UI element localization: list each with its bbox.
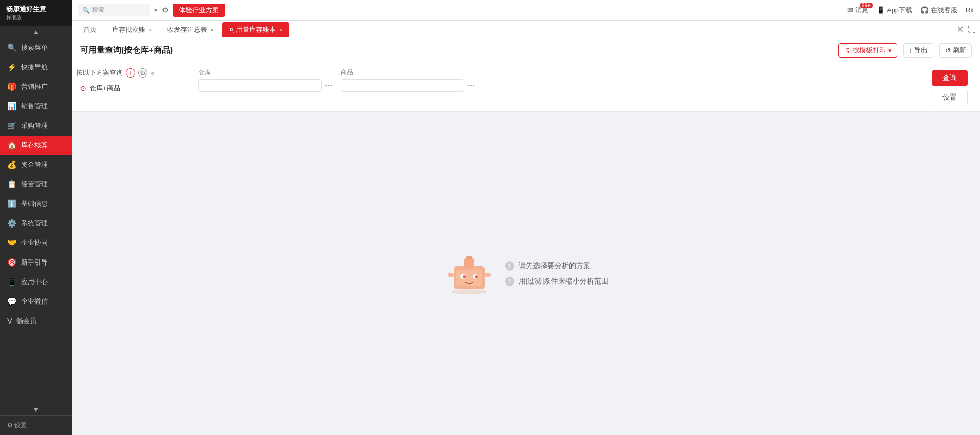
tab-home-label: 首页: [83, 25, 97, 34]
user-info[interactable]: Rit: [966, 6, 974, 14]
scheme-icon: ⊙: [80, 84, 86, 92]
sidebar-settings[interactable]: ⚙ 设置: [0, 415, 72, 435]
sidebar-icon-7: 📋: [7, 180, 17, 189]
warehouse-input-row: ···: [198, 79, 332, 92]
sidebar-label-6: 资金管理: [21, 160, 48, 169]
topbar-search-box[interactable]: 🔍 搜索: [78, 4, 150, 16]
sidebar-item-8[interactable]: ℹ️基础信息: [0, 194, 72, 214]
app-download-btn[interactable]: 📱 App下载: [877, 6, 912, 15]
close-all-tabs-btn[interactable]: ✕: [957, 25, 964, 34]
filter-settings-btn[interactable]: 设置: [932, 90, 968, 105]
warehouse-label: 仓库: [198, 68, 332, 77]
tabbar-right: ✕ ⛶: [957, 25, 976, 34]
topbar: 🔍 搜索 ▾ ⚙ 体验行业方案 ✉ 消息 99+ 📱 App下载 🎧 在线客服 …: [72, 0, 980, 21]
tab-available-stock-close[interactable]: ×: [279, 27, 282, 33]
industry-btn[interactable]: 体验行业方案: [173, 4, 225, 17]
tip-text-2: 用[过滤]条件来缩小分析范围: [519, 277, 609, 286]
tip-num-2: 2: [505, 277, 514, 286]
filter-action-btns: 查询 设置: [932, 68, 972, 105]
main-area: 🔍 搜索 ▾ ⚙ 体验行业方案 ✉ 消息 99+ 📱 App下载 🎧 在线客服 …: [72, 0, 980, 435]
edit-scheme-btn[interactable]: ⚙: [138, 68, 147, 78]
sidebar-item-0[interactable]: 🔍搜索菜单: [0, 38, 72, 58]
sidebar-item-6[interactable]: 💰资金管理: [0, 155, 72, 175]
svg-rect-7: [466, 256, 472, 259]
tab-batch-account-close[interactable]: ×: [149, 27, 152, 33]
goods-input[interactable]: [341, 79, 464, 92]
sidebar-nav: 🔍搜索菜单⚡快捷导航🎁营销推广📊销售管理🛒采购管理🏠库存核算💰资金管理📋经营管理…: [0, 38, 72, 404]
sidebar-item-9[interactable]: ⚙️系统管理: [0, 214, 72, 233]
page-title: 可用量查询(按仓库+商品): [80, 45, 173, 56]
sidebar-label-12: 应用中心: [21, 277, 48, 287]
username: Rit: [966, 6, 974, 14]
warehouse-input[interactable]: [198, 79, 322, 92]
warehouse-more-btn[interactable]: ···: [325, 81, 332, 90]
tab-summary-close[interactable]: ×: [210, 27, 213, 33]
expand-btn[interactable]: ⛶: [968, 25, 976, 34]
tab-batch-account[interactable]: 库存批次账 ×: [105, 22, 159, 37]
app-version: 标准版: [6, 14, 66, 21]
tip-num-1: 1: [505, 261, 514, 271]
query-btn[interactable]: 查询: [932, 70, 968, 86]
scheme-item-warehouse-goods[interactable]: ⊙ 仓库+商品: [76, 81, 186, 96]
refresh-btn[interactable]: ↺ 刷新: [939, 43, 972, 58]
sidebar-label-0: 搜索菜单: [21, 43, 48, 52]
topbar-right-actions: ✉ 消息 99+ 📱 App下载 🎧 在线客服 Rit: [847, 6, 974, 15]
sidebar-item-12[interactable]: 📱应用中心: [0, 272, 72, 292]
tab-home[interactable]: 首页: [76, 22, 104, 37]
sidebar-item-7[interactable]: 📋经营管理: [0, 175, 72, 194]
goods-more-btn[interactable]: ···: [467, 81, 475, 90]
sidebar-icon-9: ⚙️: [7, 219, 17, 228]
sidebar-item-2[interactable]: 🎁营销推广: [0, 77, 72, 97]
message-btn[interactable]: ✉ 消息 99+: [847, 6, 868, 15]
sidebar-label-11: 新手引导: [21, 258, 48, 267]
sidebar-item-11[interactable]: 🎯新手引导: [0, 253, 72, 272]
sidebar: 畅康通好生意 标准版 ▲ 🔍搜索菜单⚡快捷导航🎁营销推广📊销售管理🛒采购管理🏠库…: [0, 0, 72, 435]
print-btn[interactable]: 🖨 按模板打印 ▾: [838, 43, 897, 58]
goods-filter-field: 商品 ···: [341, 68, 475, 92]
gear-icon[interactable]: ⚙: [162, 6, 169, 15]
tab-summary[interactable]: 收发存汇总表 ×: [160, 22, 220, 37]
tip-text-1: 请先选择要分析的方案: [519, 261, 590, 271]
sidebar-icon-5: 🏠: [7, 141, 17, 150]
topbar-dropdown-arrow[interactable]: ▾: [154, 6, 158, 14]
export-icon: ↑: [909, 47, 913, 54]
sidebar-label-2: 营销推广: [21, 82, 48, 91]
svg-point-10: [451, 289, 487, 294]
svg-rect-8: [448, 273, 454, 277]
page-content: 可用量查询(按仓库+商品) 🖨 按模板打印 ▾ ↑ 导出 ↺ 刷新: [72, 39, 980, 435]
sidebar-scroll-up[interactable]: ▲: [0, 26, 72, 38]
print-dropdown-icon[interactable]: ▾: [888, 47, 892, 54]
support-icon: 🎧: [920, 6, 929, 14]
empty-state: 1 请先选择要分析的方案 2 用[过滤]条件来缩小分析范围: [72, 112, 980, 435]
sidebar-icon-14: V: [7, 316, 12, 325]
sidebar-icon-12: 📱: [7, 277, 17, 287]
sidebar-label-9: 系统管理: [21, 219, 48, 228]
filter-fields: 仓库 ··· 商品 ··· 查询 设置: [190, 66, 980, 107]
sidebar-item-3[interactable]: 📊销售管理: [0, 97, 72, 116]
collapse-panel-btn[interactable]: «: [151, 69, 154, 77]
scheme-label: 按以下方案查询: [76, 68, 123, 78]
svg-rect-6: [464, 258, 474, 267]
add-scheme-btn[interactable]: +: [126, 68, 135, 78]
sidebar-item-1[interactable]: ⚡快捷导航: [0, 58, 72, 77]
tip-item-1: 1 请先选择要分析的方案: [505, 261, 609, 271]
sidebar-icon-2: 🎁: [7, 82, 17, 91]
sidebar-label-10: 企业协同: [21, 238, 48, 248]
tab-available-stock[interactable]: 可用量库存账本 ×: [222, 22, 289, 37]
sidebar-item-4[interactable]: 🛒采购管理: [0, 116, 72, 136]
sidebar-item-13[interactable]: 💬企业微信: [0, 292, 72, 311]
online-support-btn[interactable]: 🎧 在线客服: [920, 6, 957, 15]
sidebar-item-14[interactable]: V畅会员: [0, 311, 72, 331]
app-name: 畅康通好生意: [6, 5, 66, 14]
empty-tips: 1 请先选择要分析的方案 2 用[过滤]条件来缩小分析范围: [505, 261, 609, 286]
export-btn[interactable]: ↑ 导出: [903, 43, 934, 58]
sidebar-scroll-down[interactable]: ▼: [0, 404, 72, 415]
search-icon: 🔍: [82, 7, 90, 14]
sidebar-item-5[interactable]: 🏠库存核算: [0, 136, 72, 155]
sidebar-icon-6: 💰: [7, 160, 17, 169]
search-placeholder: 搜索: [92, 6, 104, 14]
sidebar-icon-3: 📊: [7, 102, 17, 111]
sidebar-item-10[interactable]: 🤝企业协同: [0, 233, 72, 253]
sidebar-icon-0: 🔍: [7, 43, 17, 52]
refresh-label: 刷新: [953, 46, 966, 55]
